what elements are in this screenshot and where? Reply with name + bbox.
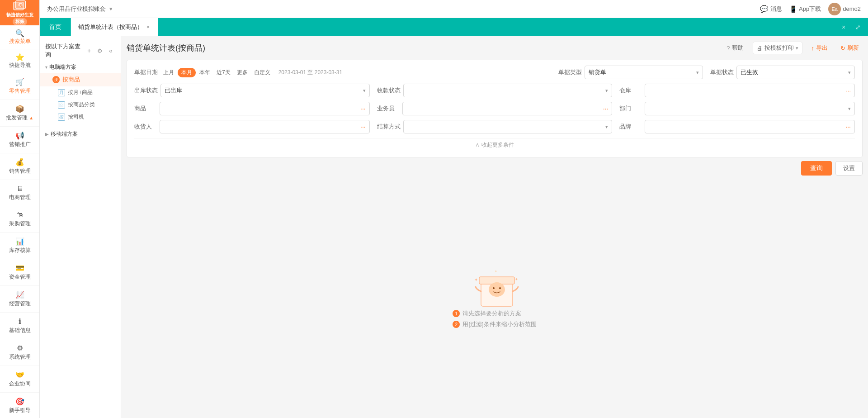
date-btn-7days[interactable]: 近7天 xyxy=(214,68,233,77)
print-btn[interactable]: 🖨 按模板打印 ▾ xyxy=(753,42,802,54)
sidebar-item-basic[interactable]: ℹ 基础信息 xyxy=(0,313,39,339)
empty-text-1: 1 请先选择要分析的方案 xyxy=(453,309,536,318)
date-range-group: 上月 本月 本年 近7天 更多 自定义 2023-03-01 至 2023-03… xyxy=(160,68,551,77)
page-wrapper: 按以下方案查询 + ⚙ « ▾ 电脑端方案 按 按商品 月 xyxy=(40,36,868,418)
sidebar-item-purchase[interactable]: 🛍 采购管理 xyxy=(0,206,39,233)
sidebar-item-finance[interactable]: 💳 资金管理 xyxy=(0,259,39,286)
filter-payment-status: 收款状态 ▾ xyxy=(377,84,613,97)
finance-label: 资金管理 xyxy=(9,274,31,280)
filter-out-status-label: 出库状态 xyxy=(134,86,158,95)
sidebar-item-sales[interactable]: 💰 销售管理 xyxy=(0,153,39,180)
collapse-label: ∧ 收起更多条件 xyxy=(475,142,514,148)
filter-type-value: 销货单 xyxy=(589,68,606,76)
message-action[interactable]: 💬 消息 xyxy=(760,5,782,13)
filter-receiver-input[interactable]: ··· xyxy=(160,120,370,133)
operation-label: 经营管理 xyxy=(9,300,31,307)
filter-product-label: 商品 xyxy=(134,104,157,113)
sidebar-item-guide[interactable]: 🎯 新手引导 xyxy=(0,393,39,418)
page-header-actions: ? 帮助 🖨 按模板打印 ▾ ↑ 导出 ↻ 刷新 xyxy=(723,42,863,54)
sidebar-item-retail[interactable]: 🛒 零售管理 xyxy=(0,73,39,100)
filter-dept-select[interactable]: ▾ xyxy=(645,102,855,115)
filter-receiver: 收货人 ··· xyxy=(134,120,370,133)
export-label: 导出 xyxy=(816,44,828,52)
tree-item-by-category[interactable]: 回 按商品分类 xyxy=(40,99,121,111)
product-dots-btn[interactable]: ··· xyxy=(360,105,366,112)
sidebar-item-collab[interactable]: 🤝 企业协同 xyxy=(0,366,39,393)
brand-dots-btn[interactable]: ··· xyxy=(845,123,851,130)
desktop-group-arrow: ▾ xyxy=(45,65,47,70)
tabbar-actions: × ⤢ xyxy=(837,21,868,33)
filter-payment-status-label: 收款状态 xyxy=(377,86,401,95)
message-icon: 💬 xyxy=(760,5,769,13)
sidebar: 好 畅捷信好生意 标账 🔍 搜索菜单 ⭐ 快捷导航 🛒 零售管理 📦 批发管理 … xyxy=(0,0,40,418)
sidebar-item-wholesale[interactable]: 📦 批发管理 ▲ xyxy=(0,100,39,127)
salesperson-dots-btn[interactable]: ··· xyxy=(603,105,609,112)
filter-product-input[interactable]: ··· xyxy=(160,102,370,115)
filter-brand: 品牌 ··· xyxy=(619,120,855,133)
empty-text-1-label: 请先选择要分析的方案 xyxy=(462,309,521,318)
date-btn-this-year[interactable]: 本年 xyxy=(197,68,213,77)
tab-close-window-btn[interactable]: × xyxy=(837,21,850,33)
topbar-left: 办公用品行业模拟账套 ▾ xyxy=(47,5,113,13)
filter-payment-method-select[interactable]: ▾ xyxy=(403,120,613,133)
settings-button[interactable]: 设置 xyxy=(835,161,863,176)
sidebar-item-marketing[interactable]: 📢 营销推广 xyxy=(0,127,39,153)
panel-settings-btn[interactable]: ⚙ xyxy=(95,46,104,55)
username-label: demo2 xyxy=(843,5,861,12)
date-btn-more[interactable]: 更多 xyxy=(234,68,250,77)
warehouse-dots[interactable]: ··· xyxy=(846,87,851,94)
filter-brand-input[interactable]: ··· xyxy=(645,120,855,133)
empty-text-2-label: 用[过滤]条件来缩小分析范围 xyxy=(462,320,536,328)
filter-salesperson: 业务员 ··· xyxy=(377,102,613,115)
tab-active-sales-stats[interactable]: 销货单统计表（按商品） × xyxy=(71,18,158,36)
filter-type-arrow: ▾ xyxy=(696,70,699,76)
tab-close-icon[interactable]: × xyxy=(146,23,151,31)
date-quick-btns: 上月 本月 本年 近7天 更多 自定义 xyxy=(160,68,273,77)
sidebar-item-ecommerce[interactable]: 🖥 电商管理 xyxy=(0,180,39,206)
filter-status-select[interactable]: 已生效 ▾ xyxy=(736,66,855,79)
retail-icon: 🛒 xyxy=(2,78,38,86)
receiver-dots-btn[interactable]: ··· xyxy=(360,123,366,130)
sidebar-item-inventory[interactable]: 📊 库存核算 xyxy=(0,233,39,259)
help-btn[interactable]: ? 帮助 xyxy=(723,42,747,54)
topbar-dropdown-icon[interactable]: ▾ xyxy=(109,5,113,12)
filter-salesperson-input[interactable]: ··· xyxy=(402,102,613,115)
tree-item-by-month-product[interactable]: 月 按月+商品 xyxy=(40,86,121,99)
quick-nav-item[interactable]: ⭐ 快捷导航 xyxy=(0,49,39,73)
date-btn-last-month[interactable]: 上月 xyxy=(160,68,177,77)
filter-dept-label: 部门 xyxy=(619,104,642,113)
panel-collapse-btn[interactable]: « xyxy=(106,46,115,55)
panel-header-label: 按以下方案查询 xyxy=(45,43,85,59)
date-btn-custom[interactable]: 自定义 xyxy=(251,68,273,77)
panel-add-btn[interactable]: + xyxy=(85,46,94,55)
collapse-bar[interactable]: ∧ 收起更多条件 xyxy=(134,138,855,152)
phone-icon: 📱 xyxy=(789,5,797,13)
date-btn-this-month[interactable]: 本月 xyxy=(178,68,196,77)
filter-payment-method: 结算方式 ▾ xyxy=(377,120,613,133)
tree-item-by-product[interactable]: 按 按商品 xyxy=(40,73,121,86)
query-button[interactable]: 查询 xyxy=(801,161,832,176)
user-action[interactable]: Ea demo2 xyxy=(828,3,861,15)
export-btn[interactable]: ↑ 导出 xyxy=(808,42,832,54)
tree-item-by-cashier[interactable]: 按 按司机 xyxy=(40,111,121,123)
app-download-action[interactable]: 📱 App下载 xyxy=(789,5,821,13)
search-menu-item[interactable]: 🔍 搜索菜单 xyxy=(0,25,39,49)
sidebar-item-operation[interactable]: 📈 经营管理 xyxy=(0,286,39,313)
filter-out-status-select[interactable]: 已出库 ▾ xyxy=(160,84,370,97)
filter-type-select[interactable]: 销货单 ▾ xyxy=(585,66,703,79)
ecommerce-label: 电商管理 xyxy=(9,194,31,200)
tree-sub-icon-cashier: 按 xyxy=(58,114,65,121)
refresh-btn[interactable]: ↻ 刷新 xyxy=(837,42,863,54)
sidebar-item-system[interactable]: ⚙ 系统管理 xyxy=(0,339,39,366)
tree-sub-icon-category: 回 xyxy=(58,101,65,109)
filter-payment-status-select[interactable]: ▾ xyxy=(403,84,613,97)
mobile-group-label[interactable]: ▶ 移动端方案 xyxy=(40,128,121,140)
filter-type-label: 单据类型 xyxy=(558,68,582,76)
filter-warehouse-select[interactable]: ··· xyxy=(645,84,855,97)
panel-header: 按以下方案查询 + ⚙ « xyxy=(40,40,121,62)
tab-home[interactable]: 首页 xyxy=(40,18,71,36)
filter-salesperson-label: 业务员 xyxy=(377,104,400,113)
inventory-label: 库存核算 xyxy=(9,247,31,253)
desktop-group-label[interactable]: ▾ 电脑端方案 xyxy=(40,62,121,73)
tab-expand-btn[interactable]: ⤢ xyxy=(852,21,864,33)
